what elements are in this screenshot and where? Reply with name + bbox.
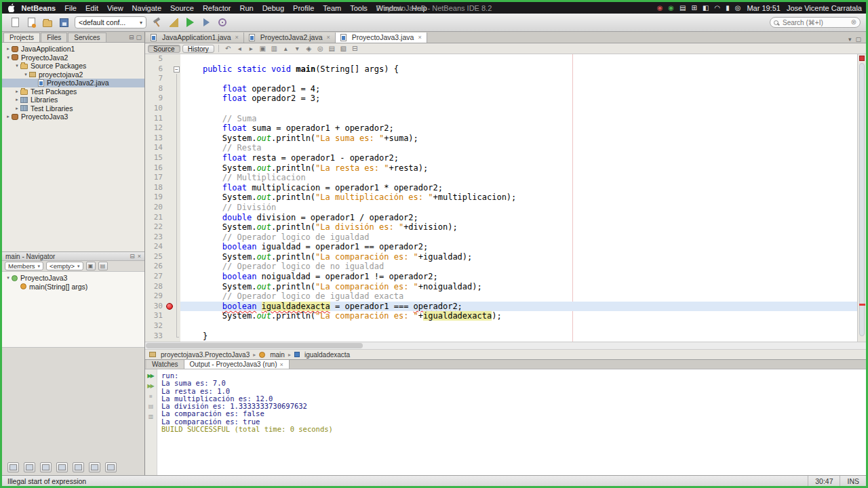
tree-item-proyectojava2[interactable]: ▾ProyectoJava2 (2, 54, 144, 62)
debug-project-button[interactable] (199, 15, 214, 30)
breadcrumb-item-proyectojava3-proyectojava3[interactable]: proyectojava3.ProyectoJava3 (149, 351, 250, 359)
collapse-arrow-icon[interactable]: ▾ (5, 55, 12, 60)
minimized-panel-button-5[interactable] (73, 462, 84, 472)
close-output-icon[interactable]: × (279, 361, 283, 368)
minimized-panel-button-4[interactable] (56, 462, 68, 472)
navigator-view-select[interactable]: Members ▾ (5, 262, 43, 270)
tree-item-proyectojava3[interactable]: ▸ProyectoJava3 (2, 113, 144, 121)
expand-arrow-icon[interactable]: ▸ (14, 97, 20, 102)
tree-item-main-string-args[interactable]: main(String[] args) (2, 283, 144, 291)
output-settings-button[interactable]: ▤ (149, 403, 154, 409)
run-project-button[interactable] (182, 15, 197, 30)
code-line-6[interactable]: 6− public static void main(String[] args… (145, 64, 857, 75)
code-line-13[interactable]: 13 System.out.println("La suma es: "+sum… (145, 134, 857, 144)
quick-search[interactable]: ⊗ (770, 17, 861, 28)
tree-item-proyectojava2-java[interactable]: ProyectoJava2.java (2, 79, 144, 87)
breadcrumb-item-igualdadexacta[interactable]: igualdadexacta (294, 351, 350, 359)
screen-recording-icon[interactable]: ◉ (657, 5, 663, 12)
minimize-navigator-icon[interactable]: ⊟ (130, 253, 135, 260)
tree-item-javaapplication1[interactable]: ▸JavaApplication1 (2, 45, 144, 54)
clock-menu-icon[interactable]: ◎ (735, 5, 741, 12)
menu-edit[interactable]: Edit (81, 4, 102, 12)
collapse-arrow-icon[interactable]: ▾ (5, 275, 12, 281)
apple-menu-icon[interactable] (6, 3, 17, 12)
code-line-29[interactable]: 29 // Operador logico de igualdad exacta (145, 291, 857, 302)
menu-team[interactable]: Team (319, 4, 346, 12)
code-line-19[interactable]: 19 System.out.println("La multiplicación… (145, 192, 857, 203)
search-clear-icon[interactable]: ⊗ (851, 19, 856, 26)
code-line-25[interactable]: 25 System.out.println("La comparación es… (145, 252, 857, 262)
forward-icon[interactable]: ▸ (246, 45, 256, 52)
error-stripe-mark[interactable] (859, 304, 865, 306)
close-tab-icon[interactable]: × (418, 34, 421, 41)
code-line-14[interactable]: 14 // Resta (145, 143, 857, 153)
search-input[interactable] (781, 18, 848, 27)
clean-build-button[interactable] (166, 15, 181, 30)
code-fold-icon[interactable]: ⊟ (350, 45, 360, 52)
menu-navigate[interactable]: Navigate (127, 4, 165, 12)
navigator-filters-button[interactable]: ▤ (98, 262, 108, 270)
float-panel-icon[interactable]: ▢ (136, 34, 142, 41)
editor-scrollbar-thumb[interactable] (859, 63, 865, 336)
keyboard-icon[interactable]: ⊞ (692, 5, 697, 12)
tree-item-test-libraries[interactable]: ▸Test Libraries (2, 104, 144, 113)
navigator-tree[interactable]: ▾ProyectoJava3main(String[] args) (2, 272, 144, 348)
minimized-panel-button-6[interactable] (89, 462, 100, 472)
code-line-28[interactable]: 28 System.out.println("La comparación es… (145, 282, 857, 292)
code-line-18[interactable]: 18 float multiplicacion = operador1 * op… (145, 183, 857, 193)
new-project-button[interactable] (24, 15, 39, 30)
open-project-button[interactable] (40, 15, 55, 30)
horizontal-scrollbar-thumb[interactable] (146, 343, 363, 348)
insert-mode-indicator[interactable]: INS (840, 476, 866, 486)
code-line-8[interactable]: 8 float operador1 = 4; (145, 84, 857, 94)
navigator-sort-button[interactable]: ▣ (86, 262, 96, 270)
code-editor[interactable]: 56− public static void main(String[] arg… (145, 54, 857, 342)
new-file-button[interactable] (7, 15, 22, 30)
code-line-12[interactable]: 12 float suma = operador1 + operador2; (145, 123, 857, 134)
toggle-bookmark-icon[interactable]: ◈ (304, 45, 314, 52)
tree-item-source-packages[interactable]: ▾Source Packages (2, 62, 144, 70)
editor-tab-proyectojava2-java[interactable]: ProyectoJava2.java× (244, 33, 336, 43)
menu-run[interactable]: Run (235, 4, 258, 12)
menu-profile[interactable]: Profile (289, 4, 319, 12)
code-line-20[interactable]: 20 // División (145, 203, 857, 213)
tree-item-proyectojava2[interactable]: ▾proyectojava2 (2, 70, 144, 79)
minimized-panel-button-2[interactable] (24, 462, 35, 472)
code-line-23[interactable]: 23 // Operador logico de igualdad (145, 232, 857, 243)
error-stripe[interactable] (857, 54, 866, 342)
minimize-panel-icon[interactable]: ⊟ (129, 34, 134, 41)
tab-services[interactable]: Services (68, 33, 106, 42)
display-icon[interactable]: ▤ (679, 5, 686, 12)
bottom-tab-watches[interactable]: Watches (146, 360, 184, 369)
next-bookmark-icon[interactable]: ▾ (292, 45, 302, 52)
code-line-22[interactable]: 22 System.out.println("La división es: "… (145, 222, 857, 232)
close-navigator-icon[interactable]: × (138, 253, 141, 260)
menu-tools[interactable]: Tools (346, 4, 372, 12)
code-line-17[interactable]: 17 // Multiplicacion (145, 173, 857, 183)
highlight-occurrences-icon[interactable]: ▥ (269, 45, 279, 52)
navigator-filter-select[interactable]: <empty> ▾ (46, 262, 83, 270)
collapse-arrow-icon[interactable]: ▾ (14, 63, 20, 68)
menu-debug[interactable]: Debug (258, 4, 288, 12)
maximize-editor-icon[interactable]: ▢ (855, 36, 861, 43)
code-line-27[interactable]: 27 boolean noigualdad = operador1 != ope… (145, 272, 857, 282)
find-selection-icon[interactable]: ▣ (258, 45, 268, 52)
menu-source[interactable]: Source (166, 4, 199, 12)
output-lines[interactable]: run:La suma es: 7.0La resta es: 1.0La mu… (157, 369, 866, 475)
code-line-24[interactable]: 24 boolean igualdad = operador1 == opera… (145, 242, 857, 252)
camera-icon[interactable]: ◉ (668, 5, 674, 12)
tree-item-test-packages[interactable]: ▸Test Packages (2, 87, 144, 96)
file-error-indicator-icon[interactable] (859, 56, 865, 61)
close-tab-icon[interactable]: × (235, 34, 239, 41)
expand-arrow-icon[interactable]: ▸ (14, 89, 20, 94)
expand-arrow-icon[interactable]: ▸ (14, 106, 20, 111)
code-line-30[interactable]: 30 boolean igualdadexacta = operador1 ==… (145, 302, 857, 312)
source-view-button[interactable]: Source (148, 45, 180, 53)
menu-file[interactable]: File (60, 4, 81, 12)
minimized-panel-button-1[interactable] (7, 462, 19, 472)
editor-tab-javaapplication1-java[interactable]: JavaApplication1.java× (146, 33, 244, 43)
minimized-panel-button-7[interactable] (105, 462, 117, 472)
code-line-15[interactable]: 15 float resta = operador1 - operador2; (145, 153, 857, 163)
editor-tab-proyectojava3-java[interactable]: ProyectoJava3.java× (336, 33, 427, 43)
tab-files[interactable]: Files (41, 33, 67, 42)
